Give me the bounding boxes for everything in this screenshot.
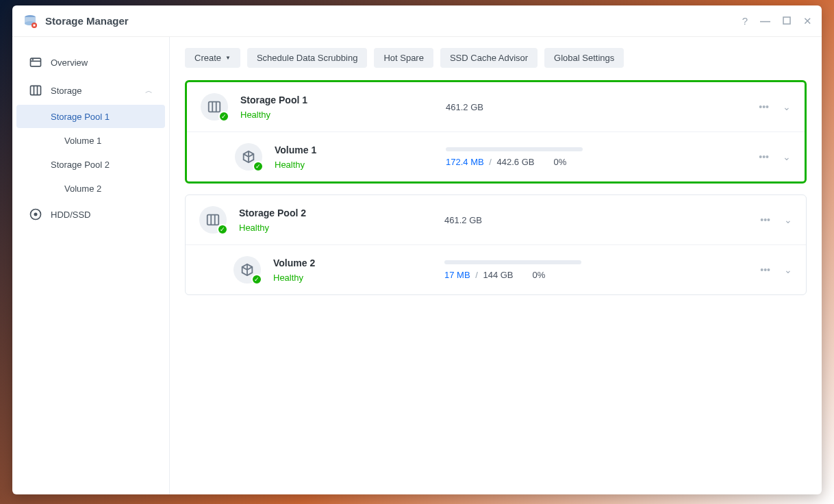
- sidebar-item-label: Storage Pool 2: [51, 160, 110, 170]
- healthy-badge-icon: [253, 161, 264, 172]
- storage-pool-card: Storage Pool 2 Healthy 461.2 GB ••• ⌄: [185, 194, 807, 295]
- chevron-down-icon[interactable]: ⌄: [783, 101, 791, 112]
- help-icon[interactable]: ?: [742, 16, 748, 26]
- volume-icon: [233, 256, 261, 284]
- volume-row[interactable]: Volume 2 Healthy 17 MB / 144 GB 0%: [186, 244, 806, 294]
- sidebar-item-storage-pool-2[interactable]: Storage Pool 2: [16, 153, 165, 176]
- global-settings-button[interactable]: Global Settings: [544, 48, 624, 68]
- volume-status: Healthy: [275, 160, 446, 170]
- healthy-badge-icon: [251, 274, 262, 285]
- chevron-down-icon[interactable]: ⌄: [783, 151, 791, 162]
- pool-size: 461.2 GB: [444, 215, 595, 225]
- toolbar: Create ▼ Schedule Data Scrubbing Hot Spa…: [185, 48, 807, 68]
- more-icon[interactable]: •••: [759, 101, 769, 112]
- svg-rect-7: [31, 86, 41, 94]
- sidebar-item-storage[interactable]: Storage ︿: [16, 77, 165, 104]
- svg-rect-3: [34, 24, 36, 26]
- pool-name: Storage Pool 2: [239, 207, 444, 218]
- storage-pool-card: Storage Pool 1 Healthy 461.2 GB ••• ⌄: [185, 80, 807, 184]
- chevron-down-icon[interactable]: ⌄: [784, 264, 792, 275]
- volume-row[interactable]: Volume 1 Healthy 172.4 MB / 442.6 GB 0%: [187, 131, 805, 181]
- sidebar-item-label: Volume 2: [64, 184, 101, 194]
- volume-icon: [235, 143, 262, 171]
- pool-status: Healthy: [240, 110, 446, 120]
- sidebar-item-storage-pool-1[interactable]: Storage Pool 1: [16, 105, 165, 128]
- volume-total: 442.6 GB: [497, 157, 535, 167]
- hot-spare-button[interactable]: Hot Spare: [374, 48, 433, 68]
- usage-bar: [444, 260, 581, 264]
- more-icon[interactable]: •••: [760, 264, 770, 275]
- sidebar-item-label: Storage: [51, 86, 82, 96]
- pool-status: Healthy: [239, 223, 444, 233]
- ssd-cache-advisor-button[interactable]: SSD Cache Advisor: [440, 48, 538, 68]
- pool-size: 461.2 GB: [446, 102, 596, 112]
- sidebar-item-hdd-ssd[interactable]: HDD/SSD: [16, 201, 165, 228]
- chevron-down-icon[interactable]: ⌄: [784, 214, 792, 225]
- storage-pool-icon: [201, 93, 228, 121]
- storage-icon: [29, 84, 42, 97]
- overview-icon: [29, 55, 42, 69]
- sidebar: Overview Storage ︿ Storage Pool 1 Volume…: [12, 37, 170, 494]
- volume-used: 17 MB: [444, 270, 470, 280]
- main-content: Create ▼ Schedule Data Scrubbing Hot Spa…: [170, 37, 822, 494]
- chevron-up-icon: ︿: [145, 86, 153, 96]
- usage-bar: [446, 147, 583, 151]
- app-window: Storage Manager ? — ✕ Overview Storage: [12, 5, 822, 494]
- svg-rect-10: [209, 102, 220, 112]
- volume-used: 172.4 MB: [446, 157, 484, 167]
- caret-down-icon: ▼: [225, 55, 231, 61]
- more-icon[interactable]: •••: [760, 214, 770, 225]
- sidebar-item-overview[interactable]: Overview: [16, 49, 165, 76]
- maximize-icon[interactable]: [783, 16, 791, 26]
- svg-point-9: [34, 213, 36, 215]
- volume-percent: 0%: [553, 157, 566, 167]
- svg-rect-4: [783, 17, 790, 24]
- minimize-icon[interactable]: —: [760, 16, 770, 26]
- volume-percent: 0%: [533, 270, 546, 280]
- sidebar-item-volume-2[interactable]: Volume 2: [16, 177, 165, 200]
- titlebar: Storage Manager ? — ✕: [12, 5, 822, 37]
- volume-status: Healthy: [273, 273, 444, 283]
- storage-pool-row[interactable]: Storage Pool 1 Healthy 461.2 GB ••• ⌄: [187, 82, 805, 131]
- sidebar-item-volume-1[interactable]: Volume 1: [16, 129, 165, 152]
- svg-point-6: [32, 60, 33, 60]
- storage-pool-row[interactable]: Storage Pool 2 Healthy 461.2 GB ••• ⌄: [186, 195, 806, 244]
- sidebar-item-label: Volume 1: [64, 136, 101, 146]
- app-title: Storage Manager: [45, 15, 742, 27]
- volume-name: Volume 1: [275, 144, 446, 155]
- disk-icon: [29, 207, 42, 221]
- sidebar-item-label: Storage Pool 1: [51, 112, 110, 122]
- healthy-badge-icon: [217, 224, 228, 235]
- svg-rect-11: [207, 215, 219, 225]
- volume-name: Volume 2: [273, 257, 444, 268]
- create-button[interactable]: Create ▼: [185, 48, 240, 68]
- more-icon[interactable]: •••: [759, 151, 769, 162]
- healthy-badge-icon: [218, 111, 229, 122]
- pool-name: Storage Pool 1: [240, 94, 446, 105]
- sidebar-item-label: HDD/SSD: [51, 210, 91, 220]
- close-icon[interactable]: ✕: [803, 16, 812, 26]
- volume-total: 144 GB: [483, 270, 513, 280]
- sidebar-item-label: Overview: [51, 58, 88, 68]
- app-icon: [22, 13, 38, 29]
- storage-pool-icon: [199, 206, 227, 234]
- schedule-scrubbing-button[interactable]: Schedule Data Scrubbing: [247, 48, 367, 68]
